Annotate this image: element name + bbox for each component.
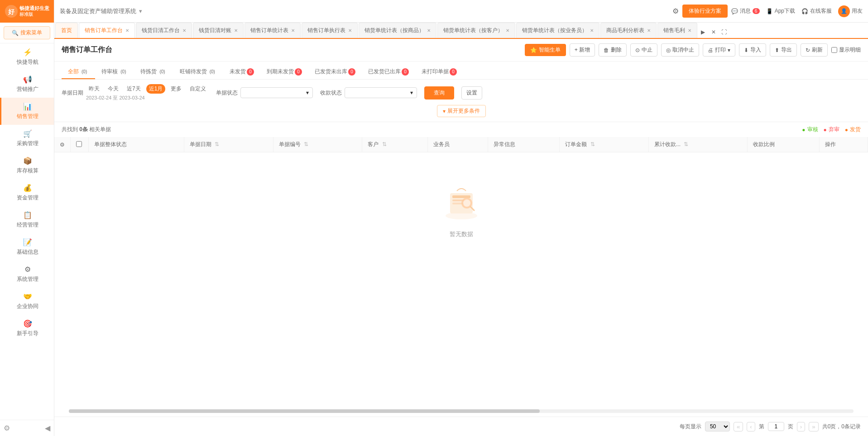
page-suffix: 页 (788, 423, 793, 431)
refresh-btn[interactable]: ↻ 刷新 (801, 43, 828, 57)
add-btn[interactable]: + 新增 (570, 43, 595, 57)
tab-sales-workbench[interactable]: 销售订单工作台 ✕ (79, 23, 135, 39)
tab-cash-reconcile[interactable]: 钱货日清对账 ✕ (193, 23, 244, 38)
amount-sort-icon[interactable]: ⇅ (590, 141, 595, 147)
tab-sales-profit-close[interactable]: ✕ (647, 28, 651, 33)
export-btn[interactable]: ⬆ 导出 (770, 43, 797, 57)
suspend-btn[interactable]: ⊙ 中止 (630, 43, 657, 57)
date-btn-1month[interactable]: 近1月 (146, 84, 166, 94)
topbar-gear-icon[interactable]: ⚙ (672, 7, 679, 15)
sidebar-item-cooperation[interactable]: 🤝 企业协同 (0, 288, 54, 315)
system-title-dropdown[interactable]: ▾ (139, 8, 142, 14)
search-menu-button[interactable]: 🔍 搜索菜单 (4, 26, 50, 39)
last-page-btn[interactable]: » (809, 422, 818, 431)
sidebar-item-base-info[interactable]: 📝 基础信息 (0, 233, 54, 261)
date-btn-7days[interactable]: 近7天 (124, 84, 144, 94)
sidebar-item-finance[interactable]: 💰 资金管理 (0, 179, 54, 206)
sidebar-item-sales[interactable]: 📊 销售管理 (0, 98, 54, 125)
first-page-btn[interactable]: « (734, 422, 743, 431)
tab-sales-profit[interactable]: 商品毛利分析表 ✕ (600, 23, 657, 38)
tab-sales-stat[interactable]: 销售订单统计表 ✕ (245, 23, 301, 38)
sidebar-item-marketing[interactable]: 📢 营销推广 (0, 71, 54, 98)
expand-filter-btn[interactable]: ▾ 展开更多条件 (437, 105, 486, 117)
col-checkbox[interactable] (71, 137, 89, 152)
number-sort-icon[interactable]: ⇅ (304, 141, 308, 147)
main-content: 装备及固定资产辅助管理系统 ▾ ⚙ 体验行业方案 💬 消息 6 📱 App下载 … (54, 0, 868, 436)
subtab-shipped-not-out[interactable]: 已发货未出库0 (308, 65, 362, 79)
subtab-all[interactable]: 全部(0) (62, 65, 95, 79)
tab-sales-more[interactable]: 销售毛利 ✕ (657, 23, 697, 38)
settings-bottom-btn[interactable]: ⚙ (4, 424, 10, 432)
cancel-suspend-btn[interactable]: ◎ 取消中止 (661, 43, 699, 57)
next-page-btn[interactable]: › (797, 422, 805, 431)
subtab-overdue-not-shipped[interactable]: 到期未发货0 (260, 65, 308, 79)
col-operation: 操作 (820, 137, 868, 152)
select-all-checkbox[interactable] (76, 141, 82, 147)
per-page-select[interactable]: 10 20 50 100 (705, 422, 730, 431)
settings-filter-btn[interactable]: 设置 (461, 86, 482, 100)
horizontal-scrollbar[interactable] (69, 409, 854, 413)
ship-action-btn[interactable]: ● 发货 (845, 126, 861, 133)
query-btn[interactable]: 查询 (424, 86, 454, 100)
show-detail-checkbox[interactable]: 显示明细 (831, 46, 861, 54)
sidebar-item-operations[interactable]: 📋 经营管理 (0, 206, 54, 233)
show-detail-input[interactable] (831, 47, 837, 53)
tab-sales-more-close[interactable]: ✕ (688, 28, 691, 33)
tab-sales-stat-product[interactable]: 销货单统计表（按商品） ✕ (359, 23, 436, 38)
sidebar-item-quick-nav[interactable]: ⚡ 快捷导航 (0, 43, 54, 71)
customer-sort-icon[interactable]: ⇅ (382, 141, 387, 147)
smart-create-btn[interactable]: ⭐ 智能生单 (525, 44, 566, 56)
date-sort-icon[interactable]: ⇅ (215, 141, 219, 147)
tab-cash-reconcile-close[interactable]: ✕ (234, 28, 238, 33)
collapse-sidebar-btn[interactable]: ◀ (45, 424, 50, 432)
subtab-pending-review[interactable]: 待审核(0) (95, 65, 134, 79)
collected-sort-icon[interactable]: ⇅ (684, 141, 688, 147)
sidebar-item-purchase[interactable]: 🛒 采购管理 (0, 125, 54, 152)
cancel-review-action-btn[interactable]: ● 弃审 (824, 126, 839, 133)
date-btn-custom[interactable]: 自定义 (187, 84, 209, 94)
tabbar-close-all-btn[interactable]: ✕ (709, 26, 719, 38)
tabbar-fullscreen-btn[interactable]: ⛶ (719, 26, 729, 38)
app-download-icon: 📱 (766, 8, 773, 14)
sidebar-item-guide[interactable]: 🎯 新手引导 (0, 315, 54, 342)
date-btn-today[interactable]: 今天 (105, 84, 121, 94)
online-service-btn[interactable]: 🎧 在线客服 (801, 7, 832, 15)
subtab-not-shipped[interactable]: 未发货0 (223, 65, 260, 79)
tab-sales-exec-close[interactable]: ✕ (348, 28, 352, 33)
filter-status-select[interactable]: ▾ (240, 87, 313, 98)
tab-sales-stat-staff[interactable]: 销货单统计表（按业务员） ✕ (516, 23, 599, 38)
print-btn[interactable]: 🖨 打印 ▾ (703, 43, 735, 57)
import-btn[interactable]: ⬇ 导入 (739, 43, 766, 57)
tab-sales-exec[interactable]: 销售订单执行表 ✕ (302, 23, 358, 38)
sidebar-item-inventory[interactable]: 📦 库存核算 (0, 152, 54, 179)
date-btn-yesterday[interactable]: 昨天 (86, 84, 102, 94)
tab-sales-stat-staff-close[interactable]: ✕ (590, 28, 594, 33)
subtab-wangpu-pending[interactable]: 旺铺待发货(0) (173, 65, 223, 79)
tab-sales-workbench-close[interactable]: ✕ (125, 28, 129, 33)
tab-sales-stat-close[interactable]: ✕ (291, 28, 295, 33)
subtab-pending-inspect[interactable]: 待拣货(0) (134, 65, 173, 79)
message-btn[interactable]: 💬 消息 6 (731, 7, 760, 15)
tab-sales-stat-customer[interactable]: 销货单统计表（按客户） ✕ (437, 23, 515, 38)
scrollbar-thumb[interactable] (69, 409, 540, 413)
filter-payment-select[interactable]: ▾ (345, 87, 417, 98)
subtab-not-printed[interactable]: 未打印单据0 (415, 65, 463, 79)
review-action-btn[interactable]: ● 审核 (802, 126, 818, 133)
circle-icon: ◎ (666, 47, 671, 53)
tab-cash-daily-close[interactable]: ✕ (182, 28, 186, 33)
app-download-btn[interactable]: 📱 App下载 (766, 7, 795, 15)
date-btn-more[interactable]: 更多 (168, 84, 184, 94)
tab-sales-stat-product-close[interactable]: ✕ (427, 28, 431, 33)
tab-home[interactable]: 首页 (55, 23, 78, 38)
user-menu-btn[interactable]: 👤 用友 (838, 5, 863, 17)
subtab-shipped-out[interactable]: 已发货已出库0 (362, 65, 415, 79)
solution-button[interactable]: 体验行业方案 (682, 5, 728, 18)
tab-sales-stat-customer-close[interactable]: ✕ (506, 28, 509, 33)
page-input[interactable] (768, 422, 784, 431)
prev-page-btn[interactable]: ‹ (747, 422, 755, 431)
delete-btn[interactable]: 🗑 删除 (599, 43, 627, 57)
tab-cash-daily[interactable]: 钱货日清工作台 ✕ (136, 23, 192, 38)
sidebar-item-system[interactable]: ⚙ 系统管理 (0, 261, 54, 288)
tabbar-more-btn[interactable]: ▶ (697, 26, 709, 38)
col-settings[interactable]: ⚙ (54, 137, 71, 152)
